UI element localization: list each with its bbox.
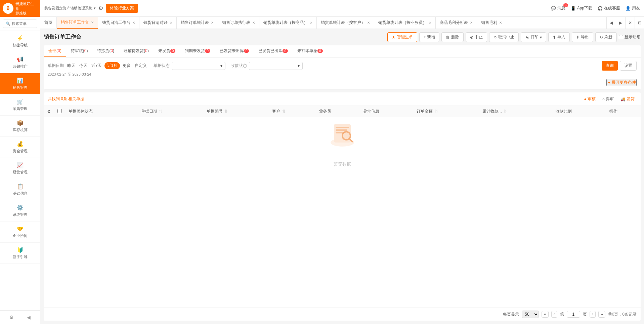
sidebar-item-purchase[interactable]: 🛒 采购管理	[0, 94, 40, 116]
print-button[interactable]: 🖨 打印 ▾	[521, 32, 546, 42]
sidebar-item-enterprise[interactable]: 🤝 企业协同	[0, 221, 40, 243]
review-button[interactable]: ● 审核	[582, 95, 598, 103]
date-7days-btn[interactable]: 近7天	[90, 62, 103, 69]
message-button[interactable]: 💬 消息 6	[551, 5, 565, 11]
export-button[interactable]: ⬇ 导出	[572, 32, 593, 42]
online-service-button[interactable]: 🎧 在线客服	[598, 5, 620, 11]
search-button[interactable]: 查询	[602, 61, 618, 71]
sidebar-item-operation[interactable]: 📈 经营管理	[0, 158, 40, 179]
date-yesterday-btn[interactable]: 昨天	[66, 62, 77, 69]
col-customer[interactable]: 客户 ⇅	[269, 106, 315, 117]
system-title[interactable]: 装备及固定资产辅助管理系统 ▾	[44, 6, 96, 11]
tab-sales-extra[interactable]: 销售毛利 ✕	[477, 17, 506, 29]
stop-button[interactable]: ⊘ 中止	[466, 32, 487, 42]
sidebar-item-sales[interactable]: 📊 销售管理	[0, 73, 40, 94]
tab-prev-button[interactable]: ◀	[606, 17, 616, 29]
settings-icon-button[interactable]: ⚙	[8, 313, 15, 321]
date-today-btn[interactable]: 今天	[78, 62, 89, 69]
first-page-button[interactable]: «	[542, 311, 549, 318]
sub-tab-pending-inspect[interactable]: 待拣货(0)	[92, 45, 119, 57]
sub-tab-not-printed[interactable]: 未打印单据0	[293, 45, 328, 57]
new-order-button[interactable]: + 新增	[419, 32, 439, 42]
tab-close-icon[interactable]: ✕	[470, 21, 473, 25]
tab-gross-profit[interactable]: 商品毛利分析表 ✕	[436, 17, 477, 29]
cancel-stop-icon: ↺	[493, 35, 497, 40]
last-page-button[interactable]: »	[598, 311, 605, 318]
sidebar-item-system[interactable]: ⚙️ 系统管理	[0, 200, 40, 221]
payment-select[interactable]: ▾	[249, 62, 303, 70]
tab-home[interactable]: 首页	[40, 17, 57, 29]
sub-tab-expired-not-shipped[interactable]: 到期未发货0	[180, 45, 215, 57]
col-number[interactable]: 单据编号 ⇅	[203, 106, 269, 117]
sub-tab-shipped-not-out[interactable]: 已发货未出库0	[215, 45, 254, 57]
ship-button[interactable]: 🚚 发货	[618, 95, 637, 103]
table-scroll[interactable]: ⚙ 单据整体状态 单据日期 ⇅ 单据编号 ⇅	[44, 106, 641, 308]
select-all-checkbox[interactable]	[57, 109, 62, 113]
sidebar-bottom: ⚙ ◀	[0, 310, 40, 324]
unreviewed-button[interactable]: ○ 弃审	[600, 95, 616, 103]
sidebar-item-guide[interactable]: 🔰 新手引导	[0, 243, 40, 264]
tab-close-icon[interactable]: ✕	[170, 21, 172, 25]
app-download-button[interactable]: 📱 App下载	[571, 5, 592, 11]
page-input[interactable]	[567, 311, 580, 318]
next-page-button[interactable]: ›	[590, 311, 596, 318]
tab-order-stats[interactable]: 销售订单统计表 ✕	[177, 17, 218, 29]
tab-next-button[interactable]: ▶	[616, 17, 625, 29]
tab-sale-stats-customer[interactable]: 销货单统计表（按客户） ✕	[317, 17, 374, 29]
refresh-button[interactable]: ↻ 刷新	[595, 32, 617, 42]
import-button[interactable]: ⬆ 导入	[548, 32, 570, 42]
tab-sale-stats-salesman[interactable]: 销货单统计表（按业务员） ✕	[374, 17, 436, 29]
tab-cash-daily[interactable]: 钱货日清工作台 ✕	[98, 17, 139, 29]
tab-close-icon[interactable]: ✕	[252, 21, 255, 25]
sub-tab-pending-review[interactable]: 待审核(0)	[66, 45, 93, 57]
tab-sale-stats-product[interactable]: 销货单统计表（按商品） ✕	[259, 17, 317, 29]
tab-order-exec[interactable]: 销售订单执行表 ✕	[218, 17, 259, 29]
industry-solution-button[interactable]: 体验行业方案	[106, 4, 138, 13]
tab-close-icon[interactable]: ✕	[499, 21, 502, 25]
user-avatar-button[interactable]: 👤 用友	[626, 5, 640, 11]
date-custom-btn[interactable]: 自定义	[133, 62, 148, 69]
sub-tab-all[interactable]: 全部(0)	[44, 45, 66, 57]
sidebar-item-inventory[interactable]: 📦 库存核算	[0, 116, 40, 137]
marketing-icon: 📢	[17, 56, 24, 63]
show-detail-checkbox[interactable]: 显示明细	[619, 34, 641, 40]
collapse-sidebar-button[interactable]: ◀	[26, 313, 32, 321]
tab-close-icon[interactable]: ✕	[132, 21, 135, 25]
tab-close-icon[interactable]: ✕	[310, 21, 312, 25]
tab-sales-order[interactable]: 销售订单工作台 ✕	[57, 17, 98, 29]
col-settings[interactable]: ⚙	[44, 106, 54, 117]
smart-order-button[interactable]: ★ 智能生单	[387, 32, 417, 42]
sub-tab-not-shipped[interactable]: 未发货0	[154, 45, 180, 57]
tab-close-icon[interactable]: ✕	[211, 21, 214, 25]
col-amount[interactable]: 订单金额 ⇅	[413, 106, 479, 117]
tab-expand-button[interactable]: ⊡	[635, 17, 644, 29]
sidebar-item-finance[interactable]: 💰 资金管理	[0, 137, 40, 158]
tab-close-icon[interactable]: ✕	[367, 21, 370, 25]
sub-tab-wangpu[interactable]: 旺铺待发货(0)	[119, 45, 154, 57]
cancel-stop-button[interactable]: ↺ 取消中止	[489, 32, 519, 42]
per-page-select[interactable]: 10 20 50 100	[522, 311, 539, 318]
tab-cash-reconcile[interactable]: 钱货日清对账 ✕	[139, 17, 177, 29]
main-area: 装备及固定资产辅助管理系统 ▾ ⚙ 体验行业方案 💬 消息 6 📱 App下载 …	[40, 0, 644, 324]
status-select[interactable]: ▾	[172, 62, 225, 70]
search-menu-button[interactable]: 🔍 搜索菜单	[3, 19, 37, 28]
tab-close-all-button[interactable]: ✕	[625, 17, 635, 29]
col-collected[interactable]: 累计收款... ⇅	[479, 106, 553, 117]
date-1month-btn[interactable]: 近1月	[104, 62, 120, 69]
sidebar-item-marketing[interactable]: 📢 营销推广	[0, 52, 40, 73]
date-more-btn[interactable]: 更多	[121, 62, 132, 69]
delete-button[interactable]: 🗑 删除	[441, 32, 464, 42]
basic-icon: 📋	[17, 183, 24, 190]
tab-close-icon[interactable]: ✕	[91, 21, 94, 24]
sidebar-item-shortcut[interactable]: ⚡ 快捷导航	[0, 31, 40, 52]
sub-tab-shipped-out[interactable]: 已发货已出库0	[254, 45, 293, 57]
col-date[interactable]: 单据日期 ⇅	[138, 106, 203, 117]
prev-page-button[interactable]: ‹	[551, 311, 557, 318]
tab-close-icon[interactable]: ✕	[429, 21, 431, 25]
col-checkbox[interactable]	[54, 106, 65, 117]
filter-settings-button[interactable]: 设置	[620, 61, 637, 71]
sidebar-item-basic[interactable]: 📋 基础信息	[0, 179, 40, 200]
show-detail-input[interactable]	[619, 35, 623, 39]
topbar-settings-icon[interactable]: ⚙	[98, 5, 103, 11]
expand-filter-button[interactable]: ▼ 展开更多条件	[606, 79, 637, 86]
